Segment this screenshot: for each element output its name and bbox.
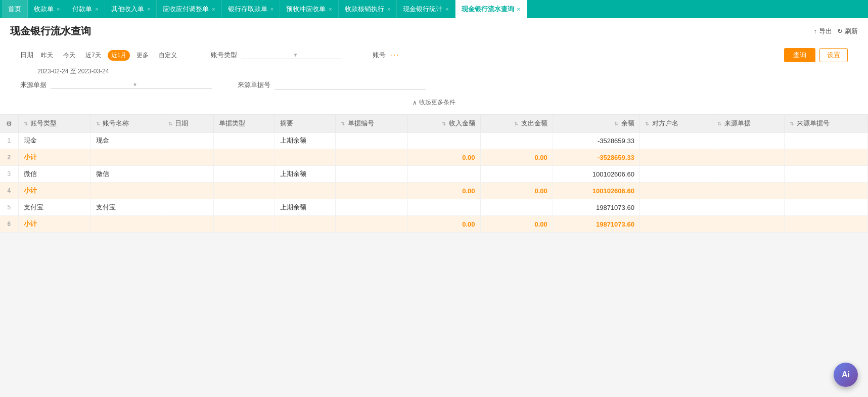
table-row[interactable]: 6小计0.000.0019871073.60 [0,216,868,233]
account-type-select[interactable]: ▼ [241,51,342,59]
filter-area: 日期 昨天 今天 近7天 近1月 更多 自定义 账号类型 ▼ [10,43,858,114]
cell-income [408,166,480,183]
table-row[interactable]: 1现金现金上期余额-3528659.33 [0,133,868,149]
refresh-label: 刷新 [845,27,858,36]
nav-tab-bank-deposit[interactable]: 银行存取款单 × [222,0,280,18]
setting-button[interactable]: 设置 [819,48,848,62]
prepay-tab-close[interactable]: × [329,6,332,12]
collapse-up-icon: ∧ [413,99,417,106]
col-doc-num[interactable]: ⇅ 单据编号 [336,115,408,133]
stat-tab-close[interactable]: × [445,6,448,12]
cell-doc_type [214,133,275,149]
ar-ap-tab-label: 应收应付调整单 [163,5,209,14]
date-btn-today[interactable]: 今天 [60,50,79,61]
col-date[interactable]: ⇅ 日期 [163,115,213,133]
cell-date [163,199,213,216]
receipt-tab-close[interactable]: × [57,6,60,12]
filter-row-1: 日期 昨天 今天 近7天 近1月 更多 自定义 账号类型 ▼ [20,48,848,62]
cell-summary [275,183,336,199]
date-filter-group: 日期 昨天 今天 近7天 近1月 更多 自定义 [20,50,180,61]
cell-rownum: 2 [0,149,18,166]
cell-source_doc [712,199,785,216]
cell-income [408,133,480,149]
sort-icon-account-name: ⇅ [96,121,100,126]
cell-account_type: 小计 [18,149,90,166]
nav-tab-other-income[interactable]: 其他收入单 × [105,0,157,18]
col-settings[interactable]: ⚙ [0,115,18,133]
source-doc-num-input[interactable] [275,80,426,90]
cell-source_doc [712,149,785,166]
account-dots-button[interactable]: ··· [390,51,399,60]
col-balance[interactable]: ⇅ 余额 [553,115,639,133]
col-account-name[interactable]: ⇅ 账号名称 [90,115,163,133]
flow-tab-close[interactable]: × [517,6,520,12]
nav-tab-payment[interactable]: 付款单 × [66,0,105,18]
verify-tab-label: 收款核销执行 [345,5,384,14]
col-income[interactable]: ⇅ 收入金额 [408,115,480,133]
cell-source_doc_num [785,133,868,149]
source-doc-arrow-icon: ▼ [132,82,210,87]
cell-income: 0.00 [408,183,480,199]
cell-source_doc [712,133,785,149]
table-row[interactable]: 3微信微信上期余额100102606.60 [0,166,868,183]
cell-account_name: 现金 [90,133,163,149]
nav-tab-ar-ap[interactable]: 应收应付调整单 × [157,0,221,18]
table-header-row: ⚙ ⇅ 账号类型 ⇅ 账号名称 ⇅ 日期 单据类型 摘要 [0,115,868,133]
data-table: ⚙ ⇅ 账号类型 ⇅ 账号名称 ⇅ 日期 单据类型 摘要 [0,115,868,233]
export-label: 导出 [819,27,832,36]
payment-tab-close[interactable]: × [95,6,98,12]
nav-tab-receipt[interactable]: 收款单 × [28,0,66,18]
col-expense-label: 支出金额 [521,119,547,127]
receipt-tab-label: 收款单 [34,5,54,14]
date-btn-more[interactable]: 更多 [133,50,152,61]
cell-doc_num [336,149,408,166]
payment-tab-label: 付款单 [72,5,92,14]
source-doc-num-group: 来源单据号 [238,80,426,90]
col-source-doc[interactable]: ⇅ 来源单据 [712,115,785,133]
date-range-display: 2023-02-24 至 2023-03-24 [35,67,848,76]
source-doc-num-label: 来源单据号 [238,80,270,90]
collapse-bar[interactable]: ∧ 收起更多条件 [20,95,848,109]
source-doc-select[interactable]: ▼ [51,81,212,89]
date-btn-7days[interactable]: 近7天 [82,50,105,61]
ar-ap-tab-close[interactable]: × [212,6,215,12]
nav-tab-flow[interactable]: 现金银行流水查询 × [455,0,527,18]
cell-summary: 上期余额 [275,166,336,183]
table-row[interactable]: 5支付宝支付宝上期余额19871073.60 [0,199,868,216]
verify-tab-close[interactable]: × [387,6,390,12]
cell-account_name [90,149,163,166]
cell-income [408,199,480,216]
bank-deposit-tab-close[interactable]: × [270,6,273,12]
sort-icon-account-type: ⇅ [24,121,28,126]
cell-balance: 100102606.60 [553,166,639,183]
col-expense[interactable]: ⇅ 支出金额 [480,115,553,133]
col-summary: 摘要 [275,115,336,133]
col-account-type[interactable]: ⇅ 账号类型 [18,115,90,133]
date-shortcuts: 昨天 今天 近7天 近1月 更多 自定义 [37,50,180,61]
query-button[interactable]: 查询 [784,48,815,62]
date-btn-custom[interactable]: 自定义 [155,50,180,61]
table-row[interactable]: 2小计0.000.00-3528659.33 [0,149,868,166]
col-doc-num-label: 单据编号 [348,119,374,127]
date-btn-yesterday[interactable]: 昨天 [37,50,57,61]
nav-tab-verify[interactable]: 收款核销执行 × [339,0,397,18]
cell-balance: 19871073.60 [553,216,639,233]
table-row[interactable]: 4小计0.000.00100102606.60 [0,183,868,199]
other-income-tab-close[interactable]: × [147,6,150,12]
sort-icon-balance: ⇅ [614,121,618,126]
prepay-tab-label: 预收冲应收单 [286,5,326,14]
nav-tab-home[interactable]: 首页 [2,0,28,18]
export-button[interactable]: ↑ 导出 [814,27,833,36]
stat-tab-label: 现金银行统计 [403,5,442,14]
nav-tab-prepay[interactable]: 预收冲应收单 × [280,0,338,18]
cell-summary: 上期余额 [275,133,336,149]
date-btn-1month[interactable]: 近1月 [108,50,130,61]
col-counterpart[interactable]: ⇅ 对方户名 [639,115,712,133]
col-source-doc-num[interactable]: ⇅ 来源单据号 [785,115,868,133]
cell-doc_num [336,166,408,183]
cell-income: 0.00 [408,216,480,233]
nav-tab-stat[interactable]: 现金银行统计 × [397,0,455,18]
cell-expense [480,133,553,149]
cell-source_doc_num [785,183,868,199]
refresh-button[interactable]: ↻ 刷新 [837,27,858,36]
